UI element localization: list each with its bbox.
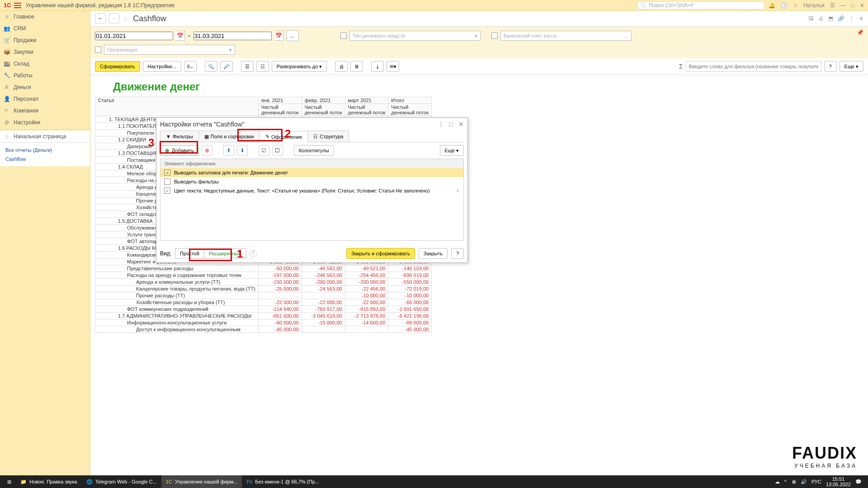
bank-select[interactable]: Банковский счет, касса... — [500, 31, 632, 41]
row-checkbox[interactable]: ✓ — [164, 188, 170, 194]
table-row[interactable]: Информационно-консультационные услуги-60… — [95, 319, 432, 326]
tab-structure[interactable]: ☷Структура — [307, 131, 349, 142]
org-select[interactable]: Организация▾ — [104, 45, 235, 55]
view-simple-button[interactable]: Простой — [175, 249, 204, 258]
user-name[interactable]: Наталья — [803, 2, 825, 9]
appearance-row[interactable]: ✓Выводить заголовок для печати: Движение… — [160, 168, 463, 177]
move-up-button[interactable]: ⬆ — [223, 145, 234, 156]
cal-to-icon[interactable]: 📅 — [274, 31, 283, 41]
close-icon[interactable]: ✕ — [860, 2, 864, 9]
table-row[interactable]: Прочие расходы (ТТ)-10 000,00-10 000,00 — [95, 292, 432, 299]
nav-sales[interactable]: 🛒Продажи — [0, 34, 90, 46]
maximize-icon[interactable]: □ — [851, 2, 854, 9]
cash-type-select[interactable]: Тип денежных средств▾ — [349, 31, 481, 41]
apply-close-button[interactable]: Закрыть и сформировать — [346, 248, 415, 259]
nav-purchases[interactable]: 📦Закупки — [0, 46, 90, 58]
preview-button[interactable]: 🗎 — [350, 61, 363, 72]
link-icon[interactable]: 🔗 — [838, 15, 844, 22]
date-from[interactable] — [95, 32, 173, 40]
dialog-restore-icon[interactable]: □ — [449, 121, 453, 128]
row-remove-icon[interactable]: ✕ — [456, 188, 460, 194]
find-button[interactable]: 🔍 — [205, 61, 217, 72]
table-row[interactable]: 1.7 АДМИНИСТРАТИВНО-УПРАВЛЕНЧЕСКИЕ РАСХО… — [95, 313, 432, 319]
nav-all-reports[interactable]: Все отчеты (Деньги) — [5, 145, 90, 155]
tab-filters[interactable]: ▼Фильтры — [160, 131, 199, 142]
uncheck-all-button[interactable]: ☐ — [272, 145, 283, 156]
type-checkbox[interactable] — [340, 33, 347, 39]
find-prev-button[interactable]: 🔎 — [220, 61, 233, 72]
settings-button[interactable]: Настройки... — [143, 61, 181, 72]
table-row[interactable]: Канцелярские товары, продукты питания, в… — [95, 286, 432, 292]
tab-appearance[interactable]: ✎Оформление — [259, 131, 308, 142]
save-icon[interactable]: 🖫 — [808, 15, 814, 22]
global-search[interactable]: Поиск Ctrl+Shift+F — [637, 1, 764, 9]
table-row[interactable]: Хозяйственные расходы и уборка (ТТ)-22 0… — [95, 299, 432, 306]
check-all-button[interactable]: ☑ — [259, 145, 269, 156]
email-button[interactable]: ✉▾ — [387, 61, 399, 72]
pin-icon[interactable]: 📌 — [857, 29, 863, 36]
cal-from-icon[interactable]: 📅 — [176, 31, 185, 41]
back-button[interactable]: ← — [95, 14, 106, 23]
table-row[interactable]: Представительские расходы-50 000,00-46 5… — [95, 265, 432, 272]
favorite-icon[interactable]: ☆ — [122, 14, 128, 23]
headers-button[interactable]: Колонтитулы — [294, 145, 334, 156]
appearance-row[interactable]: ✓Цвет текста: Недоступные данные, Текст:… — [160, 186, 463, 195]
expand-button[interactable]: ☷ — [256, 61, 269, 72]
nav-money[interactable]: ₽Деньги — [0, 81, 90, 93]
nav-warehouse[interactable]: 🏬Склад — [0, 58, 90, 70]
save-button[interactable]: ⭳ — [371, 61, 384, 72]
table-row[interactable]: Расходы на аренду и содержание торговых … — [95, 272, 432, 279]
history-icon[interactable]: 🕓 — [781, 2, 788, 9]
tab-fields[interactable]: ▦Поля и сортировки — [198, 131, 260, 142]
expand-to-button[interactable]: Разворачивать до ▾ — [272, 61, 327, 72]
print-icon[interactable]: 🖨 — [818, 15, 824, 22]
close-button[interactable]: Закрыть — [419, 248, 448, 259]
row-checkbox[interactable] — [164, 178, 170, 185]
add-button[interactable]: ⊕Добавить — [160, 145, 199, 156]
nav-start-page[interactable]: ⌂Начальная страница — [0, 131, 90, 142]
appearance-row[interactable]: Выводить фильтры — [160, 177, 463, 186]
variants-button[interactable]: ⎘▾ — [184, 61, 197, 72]
generate-button[interactable]: Сформировать — [95, 61, 140, 72]
gear-icon: ✿ — [4, 119, 10, 126]
dialog-menu-icon[interactable]: ⋮ — [438, 121, 444, 128]
forward-button[interactable]: → — [108, 14, 119, 23]
table-row[interactable]: Аренда и коммунальные услуги (ТТ)-150 00… — [95, 279, 432, 286]
date-to[interactable] — [193, 32, 272, 40]
text-filter-input[interactable] — [686, 61, 821, 72]
nav-company[interactable]: 🏳Компания — [0, 105, 90, 117]
table-row[interactable]: Доступ к информационно-консультационным-… — [95, 326, 432, 333]
close-page-icon[interactable]: ✕ — [859, 15, 863, 22]
help-icon[interactable]: ? — [250, 250, 257, 257]
help-button[interactable]: ? — [824, 61, 837, 72]
date-more-button[interactable]: ... — [286, 30, 299, 41]
dialog-help-button[interactable]: ? — [451, 248, 464, 259]
export-icon[interactable]: ⬒ — [828, 15, 833, 22]
table-row[interactable]: ФОТ коммерческих подразделений-114 840,0… — [95, 306, 432, 313]
star-icon[interactable]: ☆ — [793, 2, 798, 9]
svg-line-1 — [645, 6, 647, 8]
row-checkbox[interactable]: ✓ — [164, 169, 170, 176]
user-menu-icon[interactable]: ☰ — [830, 2, 835, 9]
dialog-close-icon[interactable]: ✕ — [458, 121, 464, 128]
nav-cashflow[interactable]: Cashflow — [5, 155, 90, 164]
hamburger-icon[interactable] — [14, 3, 21, 8]
nav-settings[interactable]: ✿Настройки — [0, 117, 90, 128]
org-checkbox[interactable] — [95, 47, 101, 53]
print-button[interactable]: 🖨 — [335, 61, 348, 72]
bank-checkbox[interactable] — [491, 33, 498, 39]
delete-button[interactable]: ⊗ — [202, 145, 212, 156]
search-icon — [641, 2, 647, 9]
nav-jobs[interactable]: 🔧Работы — [0, 70, 90, 81]
nav-staff[interactable]: 👤Персонал — [0, 93, 90, 105]
minimize-icon[interactable]: — — [840, 2, 846, 9]
collapse-button[interactable]: ☰ — [241, 61, 254, 72]
kebab-icon[interactable]: ⋮ — [849, 15, 854, 22]
bell-icon[interactable]: 🔔 — [769, 2, 775, 9]
nav-main[interactable]: ≡Главное — [0, 11, 90, 23]
move-down-button[interactable]: ⬇ — [237, 145, 248, 156]
more-button[interactable]: Еще ▾ — [840, 61, 863, 72]
nav-crm[interactable]: 👥CRM — [0, 23, 90, 34]
tree-icon: ☷ — [313, 134, 318, 140]
dialog-more-button[interactable]: Еще ▾ — [440, 145, 464, 156]
